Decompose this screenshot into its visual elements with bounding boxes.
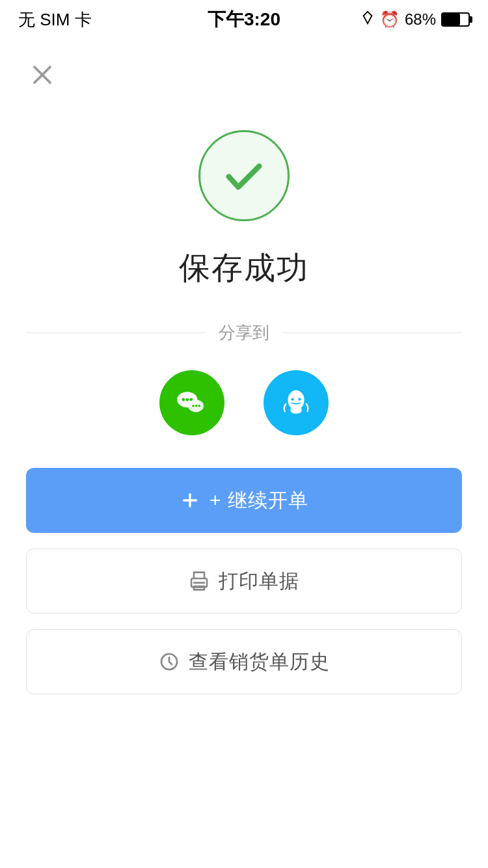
share-icons-row: [26, 370, 462, 435]
svg-point-5: [185, 398, 189, 401]
action-buttons: + 继续开单 打印单据 查看销货单历史: [26, 468, 462, 694]
status-bar: 无 SIM 卡 下午3:20 ⏰ 68%: [0, 0, 488, 39]
share-label: 分享到: [219, 321, 269, 344]
continue-button[interactable]: + 继续开单: [26, 468, 462, 533]
print-label: 打印单据: [219, 568, 299, 595]
success-circle: [198, 130, 290, 221]
status-time: 下午3:20: [208, 7, 280, 32]
main-content: 保存成功 分享到: [0, 59, 488, 694]
divider-left: [26, 332, 206, 333]
share-section: 分享到: [26, 321, 462, 435]
svg-point-13: [298, 398, 301, 401]
svg-point-9: [195, 405, 198, 407]
status-right: ⏰ 68%: [360, 10, 470, 29]
close-button[interactable]: [26, 59, 59, 91]
svg-point-12: [291, 398, 294, 401]
svg-point-10: [198, 405, 201, 407]
battery-percent: 68%: [405, 10, 436, 29]
clock-icon: [159, 651, 180, 672]
svg-point-8: [192, 405, 195, 407]
qq-icon: [277, 383, 316, 422]
history-button[interactable]: 查看销货单历史: [26, 629, 462, 694]
printer-icon: [189, 571, 210, 591]
divider-row: 分享到: [26, 321, 462, 344]
sim-label: 无 SIM 卡: [18, 8, 92, 31]
status-left: 无 SIM 卡: [18, 8, 98, 31]
location-icon: [360, 10, 375, 29]
wechat-icon: [172, 383, 211, 422]
battery-indicator: [441, 12, 470, 27]
divider-right: [282, 332, 462, 333]
svg-point-4: [182, 398, 185, 401]
history-label: 查看销货单历史: [189, 649, 330, 675]
success-title: 保存成功: [179, 247, 309, 289]
svg-rect-15: [291, 408, 302, 411]
continue-label: + 继续开单: [210, 487, 308, 514]
plus-icon: [180, 490, 200, 511]
svg-point-11: [288, 390, 304, 410]
checkmark-icon: [221, 153, 267, 198]
alarm-icon: ⏰: [380, 10, 400, 29]
qq-share-button[interactable]: [264, 370, 329, 435]
print-button[interactable]: 打印单据: [26, 549, 462, 614]
wechat-share-button[interactable]: [159, 370, 224, 435]
success-section: 保存成功: [26, 130, 462, 289]
